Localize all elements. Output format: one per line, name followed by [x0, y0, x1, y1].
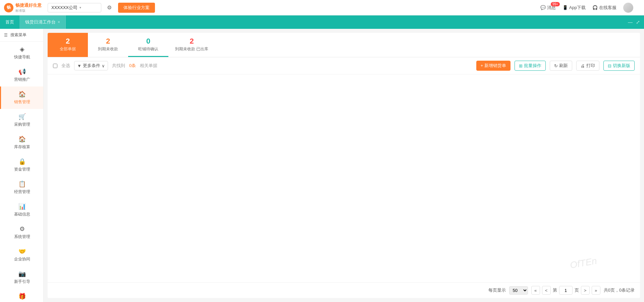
select-all-checkbox[interactable]: [53, 64, 57, 68]
main-layout: ☰ 搜索菜单 ◈ 快捷导航 📢 营销推广 🏠 销售管理 🛒 采购管理 🏠 库存核…: [0, 29, 644, 302]
refresh-icon: ↻: [554, 63, 558, 68]
trial-button[interactable]: 体验行业方案: [118, 3, 155, 13]
tab-home-label: 首页: [5, 19, 14, 25]
sidebar-search-label: 搜索菜单: [10, 32, 26, 38]
switch-label: 切换新版: [613, 63, 630, 69]
batch-operation-button[interactable]: ⊞ 批量操作: [515, 61, 546, 71]
header-right: 💬 消息 99+ 📱 App下载 🎧 在线客服: [540, 3, 640, 13]
found-suffix: 相关单据: [140, 63, 157, 69]
sidebar-item-inventory[interactable]: 🏠 库存核算: [0, 131, 43, 154]
sidebar-search[interactable]: ☰ 搜索菜单: [0, 29, 43, 42]
sidebar-label-sales: 销售管理: [14, 99, 30, 105]
last-page-button[interactable]: »: [592, 286, 600, 295]
stats-tabs: 2 全部单据 2 到期未收款 0 旺铺待确认 2 到期未收款 已出库: [48, 33, 640, 57]
sidebar-label-cooperation: 企业协同: [14, 256, 30, 262]
settings-button[interactable]: ⚙: [104, 2, 115, 13]
logo-area: 畅 畅捷通好生意 标准版: [4, 2, 48, 13]
sidebar-item-quick-nav[interactable]: ◈ 快捷导航: [0, 42, 43, 64]
app-center-icon: 🎁: [18, 293, 26, 300]
select-all-label: 全选: [61, 63, 70, 69]
sidebar-label-finance: 资金管理: [14, 167, 30, 172]
sidebar-item-guide[interactable]: 📷 新手引导: [0, 266, 43, 289]
message-badge: 99+: [551, 2, 560, 6]
table-area: [48, 74, 640, 282]
app-subtitle: 标准版: [15, 8, 42, 13]
avatar[interactable]: [623, 3, 633, 13]
next-page-button[interactable]: >: [581, 286, 590, 295]
system-icon: ⚙: [19, 225, 25, 233]
sidebar-item-cooperation[interactable]: 🤝 企业协同: [0, 244, 43, 266]
top-header: 畅 畅捷通好生意 标准版 XXXXXX公司 ▾ ⚙ 体验行业方案 💬 消息 99…: [0, 0, 644, 15]
purchase-icon: 🛒: [18, 113, 26, 120]
found-prefix: 共找到: [112, 63, 125, 69]
stat-tab-pending[interactable]: 0 旺铺待确认: [128, 33, 168, 57]
page-prefix: 第: [553, 287, 557, 293]
logo-text-area: 畅捷通好生意 标准版: [15, 2, 42, 13]
stat-label-overdue: 到期未收款: [98, 46, 118, 52]
company-selector[interactable]: XXXXXX公司 ▾: [48, 3, 101, 12]
sidebar-label-operations: 经营管理: [14, 189, 30, 195]
filter-label: 更多条件: [83, 63, 100, 69]
tab-actions: — ⤢: [628, 15, 644, 29]
filter-icon: ▼: [77, 63, 82, 68]
sidebar-label-inventory: 库存核算: [14, 144, 30, 150]
cooperation-icon: 🤝: [18, 248, 26, 255]
content-inner: 2 全部单据 2 到期未收款 0 旺铺待确认 2 到期未收款 已出库: [48, 33, 640, 298]
print-label: 打印: [586, 63, 595, 69]
sidebar-item-app-center[interactable]: 🎁 应用中心: [0, 289, 43, 302]
page-suffix: 页: [575, 287, 579, 293]
filter-chevron-icon: ∨: [102, 63, 105, 68]
batch-icon: ⊞: [519, 63, 523, 68]
sidebar-item-marketing[interactable]: 📢 营销推广: [0, 64, 43, 86]
per-page-select[interactable]: 50 20 100: [509, 286, 528, 295]
tab-daily-clear-label: 钱货日清工作台: [25, 19, 56, 25]
inventory-icon: 🏠: [18, 135, 26, 143]
new-sales-order-button[interactable]: + 新增销货单: [476, 61, 511, 71]
app-download-action[interactable]: 📱 App下载: [562, 5, 586, 11]
toolbar-right: + 新增销货单 ⊞ 批量操作 ↻ 刷新 🖨 打印 ⊟: [476, 61, 635, 71]
refresh-button[interactable]: ↻ 刷新: [550, 61, 572, 71]
content-area: 2 全部单据 2 到期未收款 0 旺铺待确认 2 到期未收款 已出库: [44, 29, 644, 302]
nav-tabs: 首页 钱货日清工作台 × — ⤢: [0, 15, 644, 29]
online-service-action[interactable]: 🎧 在线客服: [592, 5, 616, 11]
sidebar-item-system[interactable]: ⚙ 系统管理: [0, 221, 43, 244]
stat-label-pending: 旺铺待确认: [138, 46, 158, 52]
current-page-input[interactable]: [559, 286, 573, 295]
sidebar-item-purchase[interactable]: 🛒 采购管理: [0, 109, 43, 131]
tab-home[interactable]: 首页: [0, 15, 20, 29]
prev-page-button[interactable]: <: [542, 286, 551, 295]
tab-daily-clear[interactable]: 钱货日清工作台 ×: [20, 15, 66, 29]
toolbar: 全选 ▼ 更多条件 ∨ 共找到 0条 相关单据 + 新增销货单 ⊞ 批量操作: [48, 57, 640, 74]
maximize-icon[interactable]: ⤢: [636, 19, 640, 25]
sales-icon: 🏠: [18, 90, 26, 98]
sidebar-item-finance[interactable]: 🔒 资金管理: [0, 154, 43, 176]
refresh-label: 刷新: [559, 63, 568, 69]
online-service-label: 在线客服: [599, 5, 616, 11]
quick-nav-icon: ◈: [20, 46, 24, 53]
minimize-icon[interactable]: —: [628, 19, 633, 25]
pagination: « < 第 页 > »: [531, 286, 600, 295]
sidebar-item-basic-info[interactable]: 📊 基础信息: [0, 199, 43, 221]
batch-label: 批量操作: [524, 63, 541, 69]
sidebar-label-guide: 新手引导: [14, 279, 30, 285]
guide-icon: 📷: [18, 270, 26, 278]
first-page-button[interactable]: «: [531, 286, 540, 295]
stat-count-all: 2: [66, 37, 70, 46]
stat-tab-overdue-shipped[interactable]: 2 到期未收款 已出库: [168, 33, 215, 57]
sidebar-item-sales[interactable]: 🏠 销售管理: [0, 86, 43, 109]
print-icon: 🖨: [581, 63, 585, 68]
found-count: 0条: [129, 63, 136, 69]
tab-close-icon[interactable]: ×: [58, 20, 60, 24]
app-title: 畅捷通好生意: [15, 2, 42, 8]
message-action[interactable]: 💬 消息 99+: [540, 5, 556, 11]
download-icon: 📱: [562, 5, 568, 10]
stat-label-all: 全部单据: [60, 46, 76, 52]
stat-tab-all[interactable]: 2 全部单据: [48, 33, 88, 57]
print-button[interactable]: 🖨 打印: [576, 61, 599, 71]
stat-tab-overdue[interactable]: 2 到期未收款: [88, 33, 128, 57]
chevron-down-icon: ▾: [79, 6, 81, 9]
company-name: XXXXXX公司: [51, 5, 77, 11]
filter-button[interactable]: ▼ 更多条件 ∨: [74, 61, 108, 70]
sidebar-item-operations[interactable]: 📋 经营管理: [0, 176, 43, 199]
switch-version-button[interactable]: ⊟ 切换新版: [603, 61, 635, 71]
